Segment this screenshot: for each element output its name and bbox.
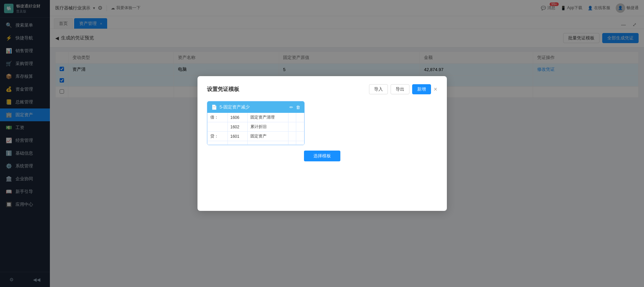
modal-actions: 导入 导出 新增: [369, 84, 431, 94]
empty-cell: [227, 141, 248, 145]
empty-cell: [296, 141, 304, 145]
template-entry-table: 借： 1606 固定资产清理 1602 累计折旧 贷： 1601 固定资产: [207, 113, 304, 145]
template-entry-row-empty: [207, 141, 304, 145]
template-delete-icon[interactable]: 🗑: [296, 105, 300, 110]
entry-empty-col: [296, 122, 304, 132]
modal-header: 设置凭证模板 导入 导出 新增 ×: [207, 84, 437, 94]
set-voucher-template-modal: 设置凭证模板 导入 导出 新增 × 📄 5-固定资产减少 ✏ 🗑: [197, 76, 447, 211]
template-edit-icon[interactable]: ✏: [289, 105, 293, 110]
template-card-header-left: 📄 5-固定资产减少: [211, 104, 250, 110]
template-card-header: 📄 5-固定资产减少 ✏ 🗑: [207, 101, 304, 113]
entry-amount-col: [288, 132, 296, 141]
entry-name: 固定资产: [248, 132, 288, 141]
empty-cell: [288, 141, 296, 145]
modal-close-btn[interactable]: ×: [434, 86, 437, 93]
modal-header-right: 导入 导出 新增 ×: [369, 84, 437, 94]
entry-side-label: [207, 122, 227, 132]
template-select-wrap: 选择模板: [207, 151, 437, 161]
entry-side-label: 贷：: [207, 132, 227, 141]
entry-code: 1602: [227, 122, 248, 132]
entry-name: 累计折旧: [248, 122, 288, 132]
entry-empty-col: [296, 132, 304, 141]
select-template-btn[interactable]: 选择模板: [304, 151, 340, 161]
template-entry-row: 贷： 1601 固定资产: [207, 132, 304, 141]
empty-cell: [248, 141, 288, 145]
entry-amount-col: [288, 113, 296, 122]
template-name: 固定资产减少: [223, 104, 250, 109]
entry-side-label: 借：: [207, 113, 227, 122]
template-entry-row: 1602 累计折旧: [207, 122, 304, 132]
template-id-name: 5-固定资产减少: [220, 104, 250, 110]
entry-code: 1606: [227, 113, 248, 122]
import-btn[interactable]: 导入: [369, 84, 388, 94]
entry-name: 固定资产清理: [248, 113, 288, 122]
export-btn[interactable]: 导出: [391, 84, 409, 94]
template-card-header-right: ✏ 🗑: [289, 105, 300, 110]
template-doc-icon: 📄: [211, 104, 217, 110]
entry-empty-col: [296, 113, 304, 122]
new-template-btn[interactable]: 新增: [412, 84, 431, 94]
template-card: 📄 5-固定资产减少 ✏ 🗑 借： 1606 固定资产清理: [207, 101, 305, 145]
template-id: 5-: [220, 104, 224, 109]
template-card-body: 借： 1606 固定资产清理 1602 累计折旧 贷： 1601 固定资产: [207, 113, 304, 145]
entry-code: 1601: [227, 132, 248, 141]
template-entry-row: 借： 1606 固定资产清理: [207, 113, 304, 122]
empty-cell: [207, 141, 227, 145]
entry-amount-col: [288, 122, 296, 132]
modal-title: 设置凭证模板: [207, 86, 239, 93]
